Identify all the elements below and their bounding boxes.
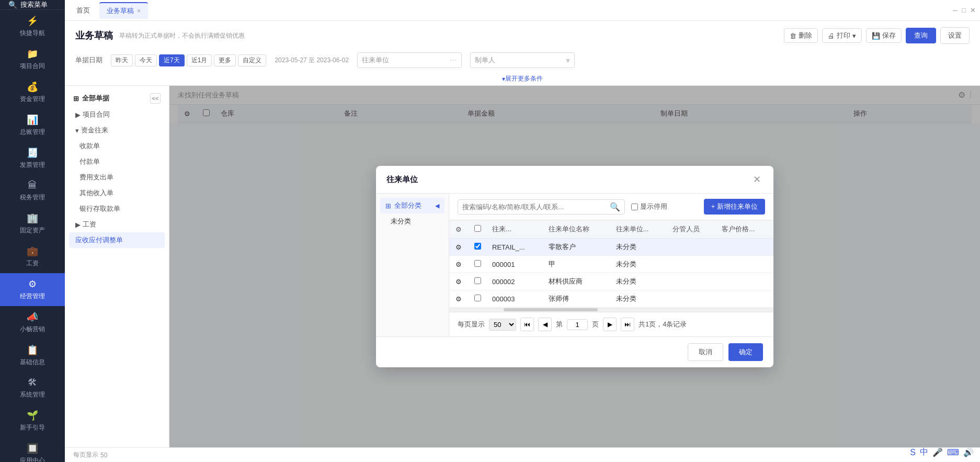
th-check[interactable] <box>468 220 487 239</box>
tab-draft-close[interactable]: × <box>137 7 141 15</box>
sidebar-item-salary[interactable]: 💼 工资 <box>0 240 65 273</box>
sidebar-item-finance[interactable]: 💰 资金管理 <box>0 76 65 109</box>
page-suffix: 页 <box>592 320 599 329</box>
date-filter-label: 单据日期 <box>75 55 102 65</box>
tab-draft-label: 业务草稿 <box>107 6 134 16</box>
per-page-label: 每页显示 <box>458 320 485 329</box>
row-settings[interactable]: ⚙ <box>449 239 468 256</box>
next-page-button[interactable]: ▶ <box>603 318 617 331</box>
left-nav-projects[interactable]: ▶ 项目合同 <box>69 107 165 122</box>
settings-button[interactable]: 设置 <box>940 27 970 44</box>
left-nav-finance[interactable]: ▾ 资金往来 <box>69 122 165 138</box>
row-category: 未分类 <box>611 273 668 290</box>
marketing-icon: 📣 <box>27 311 38 323</box>
th-price: 客户价格... <box>716 220 773 239</box>
status-per-page-label: 每页显示 <box>73 450 98 459</box>
dialog-category-all[interactable]: ⊞ 全部分类 ◀ <box>380 198 445 213</box>
dialog-search-input[interactable] <box>462 203 610 211</box>
row-settings[interactable]: ⚙ <box>449 256 468 273</box>
date-btn-more[interactable]: 更多 <box>214 54 236 66</box>
row-check[interactable] <box>468 290 487 308</box>
show-disabled-toggle[interactable]: 显示停用 <box>631 202 667 211</box>
row-checkbox[interactable] <box>474 277 481 284</box>
page-input[interactable] <box>567 319 588 330</box>
row-category: 未分类 <box>611 256 668 273</box>
sidebar-logo[interactable]: 🔍 搜索菜单 <box>0 0 65 10</box>
sidebar-item-assets[interactable]: 🏢 固定资产 <box>0 207 65 240</box>
row-settings[interactable]: ⚙ <box>449 273 468 290</box>
sidebar-item-invoice[interactable]: 🧾 发票管理 <box>0 142 65 175</box>
left-nav-payment[interactable]: 付款单 <box>73 154 165 170</box>
row-check[interactable] <box>468 273 487 290</box>
dialog-overlay: 往来单位 ✕ ⊞ 全部分类 ◀ <box>169 86 980 447</box>
save-button[interactable]: 💾 保存 <box>866 28 902 43</box>
dialog-close-button[interactable]: ✕ <box>750 173 763 186</box>
sidebar-item-operations[interactable]: ⚙ 经营管理 <box>0 273 65 306</box>
table-row[interactable]: ⚙ 000003 张师傅 未分类 <box>449 290 773 308</box>
sidebar-item-accounting[interactable]: 📊 总账管理 <box>0 109 65 142</box>
dialog-scroll-thumb[interactable] <box>504 308 598 311</box>
partner-filter[interactable]: 往来单位 ··· <box>357 52 462 68</box>
add-partner-button[interactable]: + 新增往来单位 <box>704 199 765 215</box>
minimize-icon[interactable]: ─ <box>953 6 958 14</box>
first-page-button[interactable]: ⏮ <box>520 318 534 331</box>
left-nav-arexpense[interactable]: 应收应付调整单 <box>69 232 165 248</box>
table-row[interactable]: ⚙ 000002 材料供应商 未分类 <box>449 273 773 290</box>
date-btn-yesterday[interactable]: 昨天 <box>111 54 133 66</box>
sidebar-item-marketing[interactable]: 📣 小畅营销 <box>0 306 65 339</box>
query-button[interactable]: 查询 <box>906 28 936 43</box>
collapse-nav-button[interactable]: << <box>150 93 161 104</box>
collapse-left-icon[interactable]: ◀ <box>435 202 439 209</box>
sidebar-item-quicknav[interactable]: ⚡ 快捷导航 <box>0 10 65 43</box>
tab-home[interactable]: 首页 <box>69 2 97 19</box>
sidebar-item-system[interactable]: 🛠 系统管理 <box>0 372 65 404</box>
maximize-icon[interactable]: □ <box>962 6 966 14</box>
date-btn-1month[interactable]: 近1月 <box>187 54 212 66</box>
expand-filter-row[interactable]: ▾ 展开更多条件 <box>75 72 970 85</box>
speaker-icon[interactable]: 🔊 <box>963 447 974 457</box>
mic-icon[interactable]: 🎤 <box>932 447 943 457</box>
th-settings[interactable]: ⚙ <box>449 220 468 239</box>
row-check[interactable] <box>468 239 487 256</box>
row-settings[interactable]: ⚙ <box>449 290 468 308</box>
close-window-icon[interactable]: ✕ <box>970 6 976 14</box>
table-row[interactable]: ⚙ 000001 甲 未分类 <box>449 256 773 273</box>
print-button[interactable]: 🖨 打印 ▾ <box>822 28 862 43</box>
row-checkbox[interactable] <box>474 260 481 267</box>
left-nav-receipt[interactable]: 收款单 <box>73 138 165 154</box>
zh-icon: 中 <box>920 447 928 458</box>
left-nav-bank[interactable]: 银行存取款单 <box>73 201 165 217</box>
left-nav-income[interactable]: 其他收入单 <box>73 185 165 201</box>
left-nav-expense[interactable]: 费用支出单 <box>73 170 165 185</box>
sidebar-item-newbie[interactable]: 🌱 新手引导 <box>0 404 65 437</box>
sidebar-item-basic[interactable]: 📋 基础信息 <box>0 339 65 372</box>
row-checkbox[interactable] <box>474 295 481 301</box>
date-btn-today[interactable]: 今天 <box>135 54 157 66</box>
delete-button[interactable]: 🗑 删除 <box>784 28 818 43</box>
dialog-search-input-wrap[interactable]: 🔍 <box>458 199 625 215</box>
confirm-button[interactable]: 确定 <box>728 343 763 361</box>
table-row[interactable]: ⚙ RETAIL_... 零散客户 未分类 <box>449 239 773 256</box>
th-check-all[interactable] <box>474 225 481 232</box>
keyboard-icon[interactable]: ⌨ <box>947 447 959 457</box>
cancel-button[interactable]: 取消 <box>688 343 723 361</box>
row-checkbox[interactable] <box>474 243 481 250</box>
sidebar-item-tax[interactable]: 🏛 税务管理 <box>0 175 65 207</box>
tab-draft[interactable]: 业务草稿 × <box>99 2 148 19</box>
row-check[interactable] <box>468 256 487 273</box>
page-content: 业务草稿 草稿转为正式单据时，不会执行满赠促销优惠 🗑 删除 🖨 打印 ▾ 💾 … <box>65 21 980 462</box>
last-page-button[interactable]: ⏭ <box>621 318 634 331</box>
quicknav-icon: ⚡ <box>27 15 38 27</box>
sidebar-item-projects[interactable]: 📁 项目合同 <box>0 43 65 76</box>
sidebar-item-apps[interactable]: 🔲 应用中心 <box>0 437 65 462</box>
dialog-category-uncategorized[interactable]: 未分类 <box>380 213 445 229</box>
date-btn-7days[interactable]: 近7天 <box>159 54 185 66</box>
date-btn-custom[interactable]: 自定义 <box>238 54 266 66</box>
tab-bar: 首页 业务草稿 × ─ □ ✕ <box>65 0 980 21</box>
row-price <box>716 256 773 273</box>
per-page-select[interactable]: 50 100 <box>489 319 516 331</box>
show-disabled-checkbox[interactable] <box>631 204 638 210</box>
left-nav-salary[interactable]: ▶ 工资 <box>69 217 165 232</box>
prev-page-button[interactable]: ◀ <box>538 318 552 331</box>
maker-filter[interactable]: 制单人 ▾ <box>470 52 575 68</box>
